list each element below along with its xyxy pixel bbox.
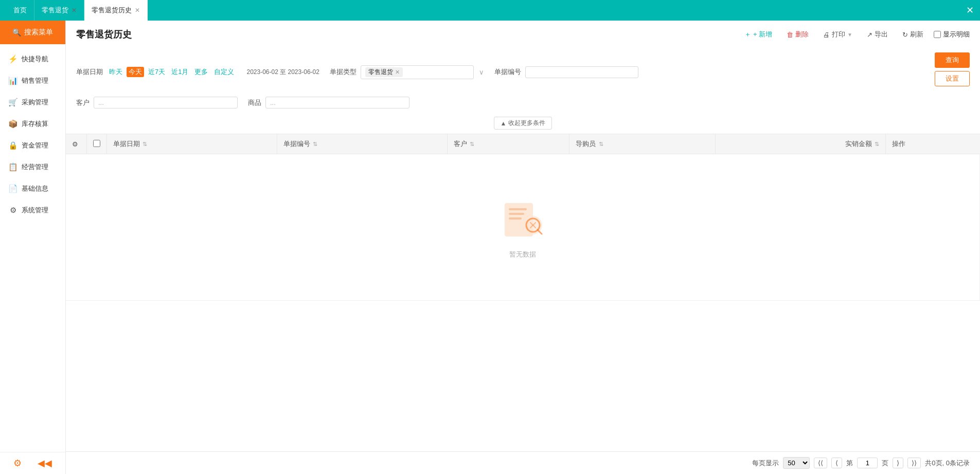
goods-dots-icon[interactable]: ... xyxy=(270,99,276,106)
type-filter-input[interactable]: 零售退货 ✕ xyxy=(361,65,474,79)
date-shortcuts: 昨天 今天 近7天 近1月 更多 自定义 xyxy=(107,67,236,77)
customer-dots-icon[interactable]: ... xyxy=(98,99,104,106)
sidebar-volume-icon[interactable]: ◀◀ xyxy=(38,458,52,469)
sort-amount-icon[interactable]: ⇅ xyxy=(875,141,879,147)
page-next-button[interactable]: ⟩ xyxy=(893,458,903,468)
customer-filter-label: 客户 xyxy=(76,98,90,107)
total-info: 共0页, 0条记录 xyxy=(925,459,970,468)
search-icon: 🔍 xyxy=(12,28,21,37)
tab-retail-return-close[interactable]: ✕ xyxy=(72,7,77,14)
add-button[interactable]: ＋ + 新增 xyxy=(740,28,776,41)
sidebar-settings-icon[interactable]: ⚙ xyxy=(13,458,22,469)
operations-icon: 📋 xyxy=(8,162,17,172)
date-shortcut-more[interactable]: 更多 xyxy=(192,67,210,77)
delete-label: 删除 xyxy=(795,30,809,39)
query-button[interactable]: 查询 xyxy=(935,52,970,68)
th-guide-label: 导购员 xyxy=(576,140,596,148)
action-buttons: 查询 设置 xyxy=(935,52,970,92)
sidebar-item-sales[interactable]: 📊 销售管理 xyxy=(0,70,65,92)
sidebar-search[interactable]: 🔍 搜索菜单 xyxy=(0,21,65,44)
collapse-up-icon: ▲ xyxy=(501,120,507,127)
th-customer-label: 客户 xyxy=(454,140,467,148)
sidebar-item-purchase-label: 采购管理 xyxy=(22,98,48,107)
print-button[interactable]: 🖨 打印 ▼ xyxy=(819,28,857,41)
page-first-button[interactable]: ⟨⟨ xyxy=(814,458,827,468)
number-filter-label: 单据编号 xyxy=(494,67,521,77)
basics-icon: 📄 xyxy=(8,184,17,193)
show-detail-toggle[interactable]: 显示明细 xyxy=(934,30,970,39)
print-dropdown-icon: ▼ xyxy=(847,32,852,38)
type-filter-tag: 零售退货 ✕ xyxy=(365,67,403,77)
export-icon: ↗ xyxy=(867,31,872,39)
quick-nav-icon: ⚡ xyxy=(8,54,17,64)
table-body: 暂无数据 xyxy=(66,154,980,301)
sidebar-item-inventory[interactable]: 📦 库存核算 xyxy=(0,113,65,135)
main-layout: 🔍 搜索菜单 ⚡ 快捷导航 📊 销售管理 🛒 采购管理 📦 库存核算 🔒 xyxy=(0,21,980,474)
per-page-select[interactable]: 20 50 100 xyxy=(783,457,810,469)
sidebar-item-operations[interactable]: 📋 经营管理 xyxy=(0,156,65,178)
page-prev-button[interactable]: ⟨ xyxy=(831,458,842,468)
filter-settings-button[interactable]: 设置 xyxy=(935,71,970,86)
window-close-icon[interactable]: ✕ xyxy=(966,5,974,16)
sidebar-item-system[interactable]: ⚙ 系统管理 xyxy=(0,199,65,221)
tab-retail-return-history[interactable]: 零售退货历史 ✕ xyxy=(84,0,148,21)
toolbar: ＋ + 新增 🗑 删除 🖨 打印 ▼ ↗ 导出 xyxy=(740,28,970,41)
system-icon: ⚙ xyxy=(8,206,17,215)
sidebar-nav: ⚡ 快捷导航 📊 销售管理 🛒 采购管理 📦 库存核算 🔒 资金管理 📋 xyxy=(0,44,65,452)
show-detail-checkbox-input[interactable] xyxy=(934,31,941,38)
sort-date-icon[interactable]: ⇅ xyxy=(142,141,147,147)
tab-home-label: 首页 xyxy=(13,6,27,15)
customer-filter-group: 客户 ... xyxy=(76,97,238,108)
type-filter-label: 单据类型 xyxy=(330,67,357,77)
page-last-button[interactable]: ⟩⟩ xyxy=(907,458,921,468)
sidebar-item-finance[interactable]: 🔒 资金管理 xyxy=(0,135,65,156)
tab-home[interactable]: 首页 xyxy=(6,0,34,21)
customer-filter-input[interactable]: ... xyxy=(94,97,238,108)
sort-customer-icon[interactable]: ⇅ xyxy=(470,141,474,147)
content-area: 零售退货历史 ＋ + 新增 🗑 删除 🖨 打印 ▼ xyxy=(66,21,980,474)
refresh-icon: ↻ xyxy=(902,31,908,39)
page-header: 零售退货历史 ＋ + 新增 🗑 删除 🖨 打印 ▼ xyxy=(66,21,980,134)
tab-retail-return-label: 零售退货 xyxy=(42,6,68,15)
sort-guide-icon[interactable]: ⇅ xyxy=(599,141,603,147)
select-all-checkbox[interactable] xyxy=(93,140,100,147)
empty-state-cell: 暂无数据 xyxy=(66,154,980,301)
export-label: 导出 xyxy=(875,30,888,39)
date-shortcut-today[interactable]: 今天 xyxy=(127,67,144,77)
th-checkbox[interactable] xyxy=(86,134,106,154)
delete-icon: 🗑 xyxy=(787,31,793,39)
sidebar-item-operations-label: 经营管理 xyxy=(22,162,48,172)
collapse-button[interactable]: ▲ 收起更多条件 xyxy=(494,117,553,130)
sidebar-item-quick-nav-label: 快捷导航 xyxy=(22,54,48,64)
delete-button[interactable]: 🗑 删除 xyxy=(782,28,813,41)
sidebar-item-quick-nav[interactable]: ⚡ 快捷导航 xyxy=(0,48,65,70)
data-table: ⚙ 单据日期 ⇅ 单据编号 ⇅ 客户 xyxy=(66,134,980,301)
page-label: 第 xyxy=(846,459,853,468)
th-date-label: 单据日期 xyxy=(113,140,140,148)
th-settings[interactable]: ⚙ xyxy=(66,134,86,154)
page-number-input[interactable] xyxy=(857,458,878,468)
type-dropdown-icon[interactable]: ∨ xyxy=(479,68,484,76)
goods-filter-input[interactable]: ... xyxy=(265,97,409,108)
sidebar-item-sales-label: 销售管理 xyxy=(22,76,48,85)
number-filter-input[interactable] xyxy=(525,66,638,78)
date-filter-group: 单据日期 昨天 今天 近7天 近1月 更多 自定义 xyxy=(76,67,236,77)
date-shortcut-7days[interactable]: 近7天 xyxy=(146,67,167,77)
export-button[interactable]: ↗ 导出 xyxy=(863,28,892,41)
sidebar-item-finance-label: 资金管理 xyxy=(22,141,48,150)
date-shortcut-custom[interactable]: 自定义 xyxy=(212,67,236,77)
sidebar-item-basics[interactable]: 📄 基础信息 xyxy=(0,178,65,199)
type-tag-close-icon[interactable]: ✕ xyxy=(395,69,400,76)
refresh-button[interactable]: ↻ 刷新 xyxy=(898,28,928,41)
tab-retail-return-history-close[interactable]: ✕ xyxy=(135,7,140,14)
date-shortcut-1month[interactable]: 近1月 xyxy=(169,67,190,77)
sort-number-icon[interactable]: ⇅ xyxy=(313,141,317,147)
collapse-label: 收起更多条件 xyxy=(508,119,545,127)
tab-retail-return[interactable]: 零售退货 ✕ xyxy=(34,0,84,21)
filter-area: 单据日期 昨天 今天 近7天 近1月 更多 自定义 2023-06-02 至 2… xyxy=(76,47,970,134)
sidebar-item-purchase[interactable]: 🛒 采购管理 xyxy=(0,92,65,113)
per-page-label: 每页显示 xyxy=(752,459,779,468)
date-shortcut-yesterday[interactable]: 昨天 xyxy=(107,67,124,77)
show-detail-label: 显示明细 xyxy=(943,30,970,39)
sales-icon: 📊 xyxy=(8,76,17,85)
